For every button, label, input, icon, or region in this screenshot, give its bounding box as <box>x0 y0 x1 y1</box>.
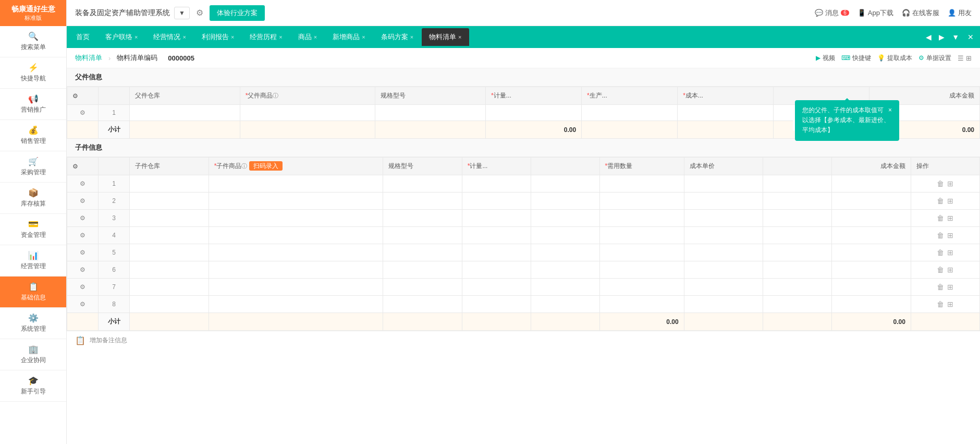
child-row-product[interactable] <box>209 261 383 279</box>
nav-next-arrow[interactable]: ▶ <box>936 32 948 42</box>
tab-barcode-close[interactable]: × <box>410 34 413 40</box>
sidebar-item-quick-nav[interactable]: ⚡ 快捷导航 <box>0 57 66 89</box>
shortcut-btn[interactable]: ⌨ 快捷键 <box>841 54 871 63</box>
close-all-icon[interactable]: ✕ <box>963 31 978 43</box>
child-row-warehouse[interactable] <box>130 227 209 244</box>
child-row-warehouse[interactable] <box>130 244 209 261</box>
child-row-spec[interactable] <box>383 227 462 244</box>
breadcrumb-parent[interactable]: 物料清单 <box>75 53 102 63</box>
child-row-unit-cost[interactable] <box>684 261 763 279</box>
child-row-product[interactable] <box>209 279 383 296</box>
tab-new-goods[interactable]: 新增商品 × <box>325 28 372 46</box>
child-row-warehouse[interactable] <box>130 261 209 279</box>
nav-menu-arrow[interactable]: ▼ <box>949 32 962 42</box>
parent-row-cost[interactable] <box>678 105 774 121</box>
child-row-unit[interactable] <box>462 227 531 244</box>
child-row-unit-cost[interactable] <box>684 279 763 296</box>
scan-btn[interactable]: 扫码录入 <box>249 161 283 171</box>
child-row-quantity[interactable] <box>599 244 684 261</box>
child-row-unit[interactable] <box>462 244 531 261</box>
sidebar-item-sales[interactable]: 💰 销售管理 <box>0 120 66 151</box>
delete-icon[interactable]: 🗑 <box>937 248 944 257</box>
delete-icon[interactable]: 🗑 <box>937 197 944 205</box>
child-row-spec[interactable] <box>383 261 462 279</box>
child-row-quantity[interactable] <box>599 193 684 210</box>
child-row-unit[interactable] <box>462 279 531 296</box>
copy-icon[interactable]: ⊞ <box>947 283 953 291</box>
child-row-spec[interactable] <box>383 296 462 313</box>
delete-icon[interactable]: 🗑 <box>937 300 944 308</box>
system-select[interactable]: ▼ <box>174 7 190 19</box>
child-row-warehouse[interactable] <box>130 193 209 210</box>
message-item[interactable]: 💬 消息 6 <box>815 8 849 18</box>
sidebar-item-guide[interactable]: 🎓 新手引导 <box>0 370 66 402</box>
delete-icon[interactable]: 🗑 <box>937 179 944 188</box>
parent-row-production[interactable] <box>582 105 678 121</box>
tab-customer-close[interactable]: × <box>134 34 138 40</box>
list-view-icon[interactable]: ☰ <box>958 54 964 62</box>
tab-operation-status-close[interactable]: × <box>182 34 186 40</box>
extract-cost-btn[interactable]: 💡 提取成本 <box>877 54 912 63</box>
delete-icon[interactable]: 🗑 <box>937 214 944 222</box>
child-row-spec[interactable] <box>383 210 462 227</box>
child-row-product[interactable] <box>209 296 383 313</box>
parent-row-warehouse[interactable] <box>130 105 240 121</box>
child-row-unit[interactable] <box>462 175 531 193</box>
child-row-unit-cost[interactable] <box>684 193 763 210</box>
child-row-warehouse[interactable] <box>130 175 209 193</box>
child-row-unit-cost[interactable] <box>684 244 763 261</box>
copy-icon[interactable]: ⊞ <box>947 266 953 274</box>
parent-row-spec[interactable] <box>375 105 486 121</box>
user-item[interactable]: 👤 用友 <box>948 8 972 18</box>
sidebar-item-finance[interactable]: 💳 资金管理 <box>0 214 66 245</box>
tab-material-list[interactable]: 物料清单 × <box>422 28 469 46</box>
sidebar-item-inventory[interactable]: 📦 库存核算 <box>0 183 66 214</box>
child-row-spec[interactable] <box>383 244 462 261</box>
child-row-unit-cost[interactable] <box>684 227 763 244</box>
child-row-unit-cost[interactable] <box>684 296 763 313</box>
child-row-unit[interactable] <box>462 210 531 227</box>
sidebar-item-system[interactable]: ⚙️ 系统管理 <box>0 308 66 339</box>
sidebar-item-basic[interactable]: 📋 基础信息 <box>0 277 66 308</box>
child-row-unit[interactable] <box>462 296 531 313</box>
child-row-quantity[interactable] <box>599 261 684 279</box>
child-row-product[interactable] <box>209 244 383 261</box>
child-row-spec[interactable] <box>383 193 462 210</box>
tab-home[interactable]: 首页 <box>69 28 97 46</box>
child-row-product[interactable] <box>209 210 383 227</box>
child-row-product[interactable] <box>209 175 383 193</box>
child-row-spec[interactable] <box>383 175 462 193</box>
tab-goods[interactable]: 商品 × <box>291 28 324 46</box>
video-btn[interactable]: ▶ 视频 <box>816 54 835 63</box>
nav-prev-arrow[interactable]: ◀ <box>923 32 935 42</box>
tab-operation-history-close[interactable]: × <box>279 34 282 40</box>
child-row-quantity[interactable] <box>599 279 684 296</box>
online-service-item[interactable]: 🎧 在线客服 <box>902 8 939 18</box>
tab-barcode[interactable]: 条码方案 × <box>374 28 421 46</box>
child-row-unit[interactable] <box>462 193 531 210</box>
child-row-product[interactable] <box>209 193 383 210</box>
sidebar-item-search[interactable]: 🔍 搜索菜单 <box>0 26 66 57</box>
delete-icon[interactable]: 🗑 <box>937 231 944 239</box>
child-row-unit[interactable] <box>462 261 531 279</box>
sidebar-item-marketing[interactable]: 📢 营销推广 <box>0 89 66 120</box>
sidebar-item-operation[interactable]: 📊 经营管理 <box>0 245 66 277</box>
child-row-product[interactable] <box>209 227 383 244</box>
child-row-unit-cost[interactable] <box>684 175 763 193</box>
child-row-spec[interactable] <box>383 279 462 296</box>
delete-icon[interactable]: 🗑 <box>937 283 944 291</box>
child-row-warehouse[interactable] <box>130 296 209 313</box>
sidebar-item-enterprise[interactable]: 🏢 企业协同 <box>0 339 66 370</box>
child-row-quantity[interactable] <box>599 296 684 313</box>
grid-view-icon[interactable]: ⊞ <box>966 54 972 62</box>
copy-icon[interactable]: ⊞ <box>947 248 953 257</box>
app-download-item[interactable]: 📱 App下载 <box>858 8 893 18</box>
child-row-warehouse[interactable] <box>130 210 209 227</box>
child-row-quantity[interactable] <box>599 175 684 193</box>
copy-icon[interactable]: ⊞ <box>947 214 953 222</box>
copy-icon[interactable]: ⊞ <box>947 179 953 188</box>
tab-profit[interactable]: 利润报告 × <box>194 28 241 46</box>
trial-button[interactable]: 体验行业方案 <box>210 5 265 21</box>
tooltip-close-btn[interactable]: × <box>888 105 892 115</box>
tab-goods-close[interactable]: × <box>314 34 317 40</box>
